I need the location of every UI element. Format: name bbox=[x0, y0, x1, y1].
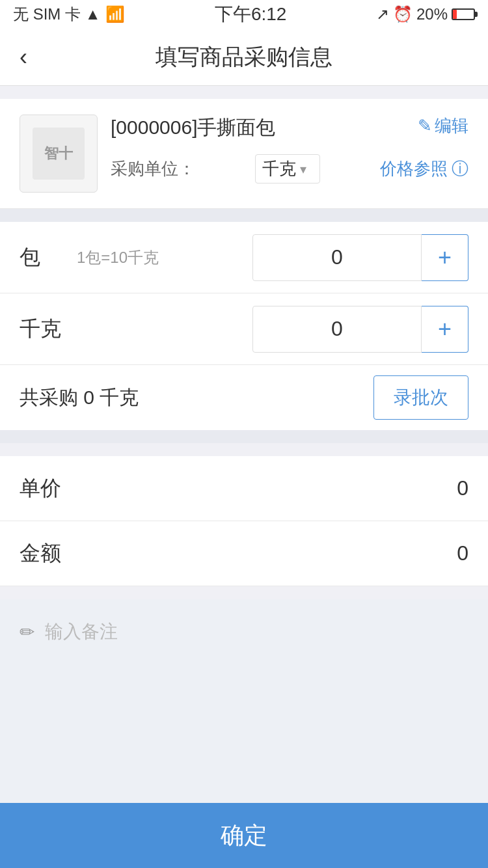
unit-value: 千克 bbox=[262, 157, 296, 180]
amount-value: 0 bbox=[457, 541, 468, 565]
unit-select[interactable]: 千克 ▾ bbox=[255, 154, 320, 183]
summary-row: 共采购 0 千克 录批次 bbox=[0, 365, 488, 430]
product-name: [0000006]手撕面包 bbox=[111, 115, 275, 141]
unit-label: 采购单位： bbox=[111, 157, 195, 180]
bao-sublabel: 1包=10千克 bbox=[77, 247, 159, 268]
product-name-row: [0000006]手撕面包 ✎ 编辑 bbox=[111, 115, 468, 141]
page-title: 填写商品采购信息 bbox=[156, 42, 332, 72]
status-right: ↗ ⏰ 20% bbox=[376, 5, 475, 23]
price-ref-button[interactable]: 价格参照 ⓘ bbox=[380, 157, 468, 180]
unit-price-label: 单价 bbox=[20, 474, 61, 503]
location-icon: ↗ bbox=[376, 5, 389, 23]
notes-section[interactable]: ✏ 输入备注 bbox=[0, 599, 488, 664]
product-info: [0000006]手撕面包 ✎ 编辑 采购单位： 千克 ▾ 价格参照 ⓘ bbox=[111, 115, 468, 183]
status-left: 无 SIM 卡 ▲ 📶 bbox=[13, 4, 125, 25]
info-icon: ⓘ bbox=[452, 157, 468, 180]
bao-label: 包 bbox=[20, 243, 72, 272]
bao-input-right: 0 + bbox=[252, 234, 468, 281]
unit-price-row: 单价 0 bbox=[0, 456, 488, 521]
wifi-icon: 📶 bbox=[105, 5, 125, 23]
chevron-down-icon: ▾ bbox=[300, 161, 306, 177]
batch-button[interactable]: 录批次 bbox=[373, 375, 468, 420]
nav-bar: ‹ 填写商品采购信息 bbox=[0, 29, 488, 86]
kg-input[interactable]: 0 bbox=[252, 306, 422, 353]
bao-input-row: 包 1包=10千克 0 + bbox=[0, 222, 488, 293]
edit-label: 编辑 bbox=[435, 115, 468, 137]
amount-label: 金额 bbox=[20, 539, 61, 568]
kg-input-right: 0 + bbox=[252, 306, 468, 353]
kg-input-row: 千克 0 + bbox=[0, 293, 488, 365]
section-divider-1 bbox=[0, 209, 488, 222]
summary-text: 共采购 0 千克 bbox=[20, 385, 139, 411]
price-section: 单价 0 金额 0 bbox=[0, 456, 488, 586]
price-ref-label: 价格参照 bbox=[380, 157, 448, 180]
unit-price-value: 0 bbox=[457, 476, 468, 500]
notes-placeholder: 输入备注 bbox=[45, 619, 118, 644]
amount-row: 金额 0 bbox=[0, 521, 488, 586]
product-image: 智十 bbox=[20, 115, 98, 193]
edit-icon: ✎ bbox=[418, 116, 432, 136]
confirm-button[interactable]: 确定 bbox=[0, 803, 488, 868]
battery-icon bbox=[452, 8, 475, 20]
bao-input[interactable]: 0 bbox=[252, 234, 422, 281]
battery-percent: 20% bbox=[416, 5, 448, 23]
product-card: 智十 [0000006]手撕面包 ✎ 编辑 采购单位： 千克 ▾ 价格参照 ⓘ bbox=[0, 99, 488, 209]
kg-plus-button[interactable]: + bbox=[422, 306, 468, 353]
product-logo: 智十 bbox=[33, 128, 85, 180]
bao-plus-button[interactable]: + bbox=[422, 234, 468, 281]
unit-row: 采购单位： 千克 ▾ 价格参照 ⓘ bbox=[111, 154, 468, 183]
input-section: 包 1包=10千克 0 + 千克 0 + 共采购 0 千克 录批次 bbox=[0, 222, 488, 430]
status-time: 下午6:12 bbox=[215, 2, 287, 27]
alarm-icon: ⏰ bbox=[393, 5, 413, 23]
sim-label: 无 SIM 卡 ▲ bbox=[13, 4, 100, 25]
section-divider-2 bbox=[0, 430, 488, 443]
status-bar: 无 SIM 卡 ▲ 📶 下午6:12 ↗ ⏰ 20% bbox=[0, 0, 488, 29]
edit-button[interactable]: ✎ 编辑 bbox=[418, 115, 468, 137]
kg-label: 千克 bbox=[20, 315, 72, 344]
back-button[interactable]: ‹ bbox=[20, 44, 40, 71]
pencil-icon: ✏ bbox=[20, 621, 34, 643]
